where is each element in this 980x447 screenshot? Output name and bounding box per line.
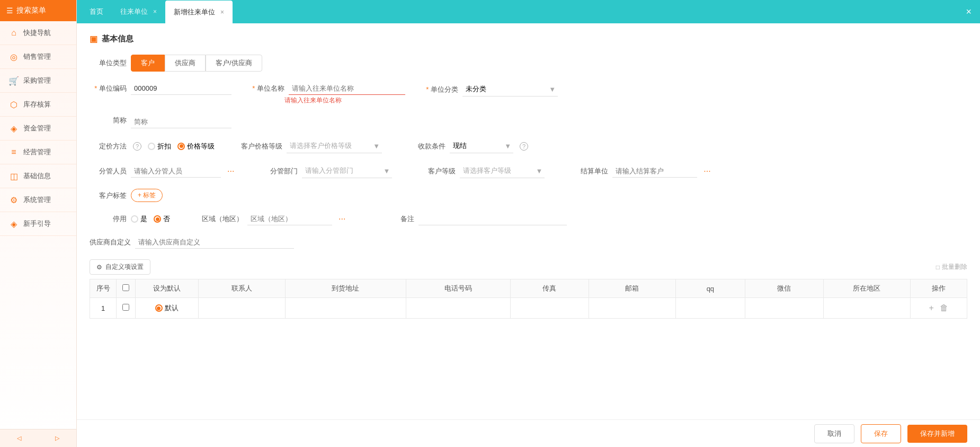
no-label: 否 [163, 214, 170, 224]
table-settings-bar: ⚙ 自定义项设置 □ 批量删除 [90, 259, 967, 275]
row-region-input[interactable] [845, 304, 888, 312]
unit-type-both[interactable]: 客户/供应商 [206, 55, 262, 72]
row-phone-input[interactable] [432, 304, 485, 312]
row-fax-input[interactable] [531, 304, 568, 312]
department-select-wrapper[interactable]: 请输入分管部门 ▼ [302, 164, 392, 178]
supplier-custom-input[interactable] [135, 236, 294, 249]
row-default-radio-item[interactable]: 默认 [141, 303, 193, 313]
customer-price-select-wrapper[interactable]: 请选择客户价格等级 ▼ [287, 139, 382, 153]
cancel-button[interactable]: 取消 [814, 424, 854, 443]
row-qq-input[interactable] [694, 304, 726, 312]
sidebar-search[interactable]: ☰ 搜索菜单 [0, 0, 76, 21]
disabled-field: 停用 是 否 [90, 214, 170, 224]
col-qq: qq [675, 279, 745, 298]
batch-delete-icon: □ [936, 264, 940, 271]
unit-type-group: 客户 供应商 客户/供应商 [131, 55, 262, 72]
disabled-yes-option[interactable]: 是 [131, 214, 147, 224]
region-input[interactable] [247, 213, 332, 225]
section-title: 基本信息 [102, 34, 133, 44]
settlement-unit-input[interactable] [612, 165, 697, 178]
customer-level-placeholder: 请选择客户等级 [460, 164, 545, 178]
sidebar-item-quick-nav[interactable]: ⌂ 快捷导航 [0, 21, 76, 45]
home-icon: ⌂ [8, 28, 19, 38]
customer-tag-label: 客户标签 [90, 191, 127, 200]
tab-partners[interactable]: 往来单位 × [112, 0, 165, 23]
payment-terms-select-wrapper[interactable]: 现结 ▼ [450, 139, 513, 153]
sidebar-item-sales[interactable]: ◎ 销售管理 [0, 45, 76, 69]
sidebar-bottom-right[interactable]: ▷ [38, 430, 76, 447]
settings-gear-icon: ⚙ [96, 264, 102, 271]
row-region [823, 298, 910, 319]
save-new-button[interactable]: 保存并新增 [907, 425, 967, 443]
short-name-input[interactable] [131, 116, 231, 128]
sidebar-item-purchase[interactable]: 🛒 采购管理 [0, 69, 76, 93]
custom-settings-button[interactable]: ⚙ 自定义项设置 [90, 259, 150, 275]
row-checkbox-cell [117, 298, 136, 319]
settlement-dots[interactable]: ··· [703, 166, 710, 176]
row-email-input[interactable] [611, 304, 653, 312]
department-placeholder: 请输入分管部门 [302, 164, 392, 178]
add-tag-button[interactable]: + 标签 [131, 189, 163, 202]
sidebar-item-operations[interactable]: ≡ 经营管理 [0, 141, 76, 164]
region-dots[interactable]: ··· [338, 214, 345, 224]
row-actions: + 🗑 [910, 298, 967, 319]
tab-home[interactable]: 首页 [81, 0, 112, 23]
finance-icon: ◈ [8, 123, 19, 134]
col-action: 操作 [910, 279, 967, 298]
pricing-help-icon[interactable]: ? [133, 142, 141, 151]
row-checkbox[interactable] [122, 304, 129, 311]
form-area: ▣ 基本信息 单位类型 客户 供应商 客户/供应商 单位编码 单位名称 [77, 23, 980, 419]
row-address-input[interactable] [314, 304, 377, 312]
basic-icon: ◫ [8, 171, 19, 181]
sidebar-label-sales: 销售管理 [23, 52, 51, 62]
row-wechat-input[interactable] [765, 304, 803, 312]
row-default-cell: 默认 [136, 298, 199, 319]
region-label: 区域（地区） [202, 214, 243, 224]
payment-help-icon[interactable]: ? [520, 142, 528, 151]
unit-code-field: 单位编码 [90, 82, 231, 95]
sidebar-item-finance[interactable]: ◈ 资金管理 [0, 117, 76, 141]
unit-category-select-wrapper: 未分类 ▼ [462, 82, 558, 97]
tab-new-partner[interactable]: 新增往来单位 × [165, 1, 233, 24]
row-contact-input[interactable] [220, 304, 263, 312]
sidebar-label-quick-nav: 快捷导航 [23, 28, 51, 38]
disabled-no-radio [154, 215, 161, 223]
customer-level-select-wrapper[interactable]: 请选择客户等级 ▼ [460, 164, 545, 178]
close-all-tabs[interactable]: × [966, 6, 972, 17]
payment-terms-label: 收款条件 [408, 142, 446, 151]
row-add-button[interactable]: + [926, 302, 936, 314]
unit-name-input[interactable] [289, 82, 405, 95]
table-row: 1 默认 [90, 298, 967, 319]
remark-input[interactable] [418, 213, 567, 225]
disabled-no-option[interactable]: 否 [154, 214, 170, 224]
save-button[interactable]: 保存 [861, 424, 901, 443]
manager-row: 分管人员 ··· 分管部门 请输入分管部门 ▼ 客户等级 请选择客户等级 ▼ [90, 164, 967, 178]
sidebar-bottom-left[interactable]: ◁ [0, 430, 38, 447]
tab-new-partner-close[interactable]: × [220, 8, 224, 16]
pricing-discount-option[interactable]: 折扣 [148, 142, 171, 151]
manager-input[interactable] [131, 165, 221, 178]
supplier-custom-label: 供应商自定义 [90, 238, 131, 247]
col-region: 所在地区 [823, 279, 910, 298]
unit-type-customer[interactable]: 客户 [131, 55, 165, 72]
unit-code-input[interactable] [131, 82, 231, 95]
manager-dots[interactable]: ··· [227, 166, 234, 176]
pricing-discount-radio [148, 143, 155, 150]
row-qq [675, 298, 745, 319]
sidebar-item-basic[interactable]: ◫ 基础信息 [0, 164, 76, 188]
manager-label: 分管人员 [90, 166, 127, 176]
sidebar-item-system[interactable]: ⚙ 系统管理 [0, 188, 76, 212]
col-phone: 电话号码 [406, 279, 510, 298]
unit-type-supplier[interactable]: 供应商 [165, 55, 206, 72]
select-all-checkbox[interactable] [122, 284, 129, 291]
pricing-level-radio [177, 143, 185, 150]
sidebar-item-guide[interactable]: ◈ 新手引导 [0, 212, 76, 236]
pricing-level-option[interactable]: 价格等级 [177, 142, 215, 151]
row-delete-button[interactable]: 🗑 [938, 302, 950, 314]
sidebar-label-basic: 基础信息 [23, 171, 51, 181]
tab-partners-close[interactable]: × [153, 8, 157, 15]
batch-delete-button[interactable]: □ 批量删除 [936, 262, 967, 271]
sidebar-item-inventory[interactable]: ⬡ 库存核算 [0, 93, 76, 117]
custom-settings-label: 自定义项设置 [105, 262, 144, 271]
tab-partners-label: 往来单位 [120, 7, 148, 16]
